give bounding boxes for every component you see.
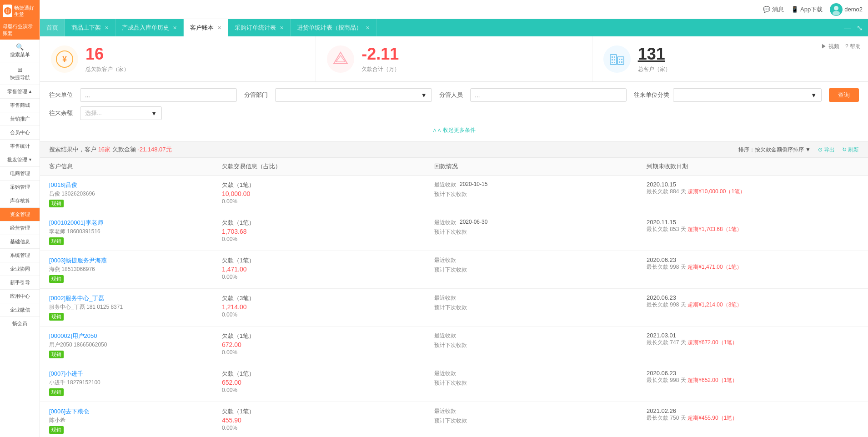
filter-dept-select[interactable]: ▼ — [275, 88, 432, 102]
phone-icon: 📱 — [791, 6, 798, 13]
table-header: 客户信息 欠款交易信息（占比） 回款情况 到期未收款日期 — [40, 158, 868, 176]
due-date-0: 2020.10.15 — [647, 181, 859, 188]
search-icon: 🔍 — [3, 43, 37, 50]
tab-customer-account[interactable]: 客户账本 ✕ — [184, 19, 228, 36]
tab-purchase-order[interactable]: 采购订单统计表 ✕ — [228, 19, 291, 36]
sidebar-item-guide[interactable]: 新手引导 — [0, 276, 40, 290]
overdue-link-1[interactable]: 超期¥1,703.68（1笔） — [687, 226, 742, 232]
stat-total-customers-number: 131 — [638, 45, 671, 64]
overdue-link-4[interactable]: 超期¥672.00（1笔） — [687, 339, 738, 346]
svg-marker-8 — [336, 55, 345, 62]
filter-staff: 分管人员 ... — [439, 88, 627, 102]
tab-home[interactable]: 首页 — [40, 19, 65, 36]
sidebar-item-label-search: 搜索菜单 — [3, 51, 37, 58]
filter-staff-input[interactable]: ... — [470, 88, 627, 102]
sidebar-item-retail-mgmt[interactable]: 零售管理 ▲ — [0, 85, 40, 99]
tabs-collapse-btn[interactable]: — — [842, 23, 853, 33]
recent-label-4: 最近收款 — [434, 332, 456, 340]
sidebar-item-quick-nav[interactable]: ⊞ 快捷导航 — [0, 62, 40, 85]
sidebar-item-basic-info[interactable]: 基础信息 — [0, 235, 40, 249]
payback-info-5: 最近收款 预计下次收款 — [434, 370, 647, 387]
tabs-expand-btn[interactable]: ⤡ — [855, 23, 864, 33]
message-btn[interactable]: 💬 消息 — [763, 5, 784, 14]
sidebar-item-purchase[interactable]: 采购管理 — [0, 181, 40, 194]
sidebar-item-operations[interactable]: 经营管理 — [0, 221, 40, 235]
refresh-btn[interactable]: ↻ 刷新 — [842, 146, 859, 154]
sidebar-item-wechat[interactable]: 企业微信 — [0, 303, 40, 317]
sidebar-item-inventory[interactable]: 库存核算 — [0, 194, 40, 208]
sidebar-item-search[interactable]: 🔍 搜索菜单 — [0, 40, 40, 62]
tab-customer-account-close[interactable]: ✕ — [217, 25, 221, 31]
tab-product-off-close[interactable]: ✕ — [105, 25, 109, 31]
due-info-0: 2020.10.15 最长欠款 884 天 超期¥10,000.00（1笔） — [647, 181, 859, 196]
user-profile[interactable]: demo2 — [830, 3, 863, 16]
content-area: ¥ 16 总欠款客户（家） — [40, 36, 868, 437]
sidebar-item-app-center[interactable]: 应用中心 — [0, 290, 40, 303]
customer-name-3[interactable]: [0002]服务中心_丁磊 — [49, 295, 104, 301]
recent-label-2: 最近收款 — [434, 256, 456, 264]
video-btn[interactable]: ▶ 视频 — [821, 43, 841, 50]
chevron-down-icon: ▼ — [421, 92, 427, 99]
collapse-up-icon: ∧∧ — [432, 127, 442, 133]
customer-name-4[interactable]: [000002]用户2050 — [49, 332, 97, 339]
customer-name-6[interactable]: [0006]去下粮仓 — [49, 408, 89, 415]
sidebar-item-finance[interactable]: 资金管理 — [0, 208, 40, 221]
tab-purchase-stats[interactable]: 进货单统计表（按商品） ✕ — [291, 19, 376, 36]
table-row: [0003]畅捷服务尹海燕 海燕 18513066976 现销 欠款（1笔） 1… — [40, 251, 868, 289]
filter-area: 往来单位 ... 分管部门 ▼ 分管人员 — [40, 82, 868, 142]
stat-total-customers: 131 总客户（家） ▶ 视频 ? 帮助 — [592, 36, 868, 81]
sidebar-item-retail-stats[interactable]: 零售统计 — [0, 140, 40, 153]
overdue-link-6[interactable]: 超期¥455.90（1笔） — [687, 415, 738, 421]
filter-supplier-input[interactable]: ... — [80, 88, 237, 102]
debt-info-1: 欠款（1笔） 1,703.68 0.00% — [222, 219, 434, 242]
sidebar-item-label-retail-stats: 零售统计 — [10, 143, 30, 149]
customer-name-2[interactable]: [0003]畅捷服务尹海燕 — [49, 257, 107, 264]
sidebar-item-marketing[interactable]: 营销推广 — [0, 112, 40, 126]
tab-product-history[interactable]: 产成品入库单历史 ✕ — [115, 19, 184, 36]
tab-purchase-stats-close[interactable]: ✕ — [366, 25, 370, 31]
sidebar-item-label-member: 会员中心 — [10, 130, 30, 135]
debt-count-6: 欠款（1笔） — [222, 407, 434, 416]
customer-tag-5: 现销 — [49, 388, 64, 396]
results-bar: 搜索结果中，客户 16家 欠款金额 -21,148.07元 排序：按欠款金额倒序… — [40, 142, 868, 158]
collapse-btn[interactable]: ∧∧ 收起更多条件 — [49, 125, 859, 138]
customer-name-5[interactable]: [0007]小进千 — [49, 370, 83, 377]
customer-name-1[interactable]: [0001020001]李老师 — [49, 219, 103, 226]
overdue-link-2[interactable]: 超期¥1,471.00（1笔） — [687, 264, 742, 270]
svg-point-4 — [833, 11, 840, 15]
filter-balance-select[interactable]: 选择... ▼ — [80, 106, 162, 120]
export-btn[interactable]: ⊙ 导出 — [818, 146, 835, 154]
customer-name-0[interactable]: [0016]吕俊 — [49, 181, 77, 188]
filter-category-select[interactable]: ▼ — [673, 88, 822, 102]
tab-purchase-order-label: 采购订单统计表 — [235, 24, 276, 32]
customer-contact-4: 用户2050 18665062050 — [49, 341, 222, 349]
customer-contact-1: 李老师 18600391516 — [49, 228, 222, 236]
debt-percent-4: 0.00% — [222, 349, 434, 356]
customer-tag-4: 现销 — [49, 351, 64, 358]
svg-text:¥: ¥ — [62, 55, 67, 64]
customer-tag-1: 现销 — [49, 237, 64, 245]
overdue-link-3[interactable]: 超期¥1,214.00（3笔） — [687, 301, 742, 308]
sidebar-item-ecommerce[interactable]: 电商管理 — [0, 167, 40, 181]
overdue-link-5[interactable]: 超期¥652.00（1笔） — [687, 377, 738, 383]
due-date-1: 2020.11.15 — [647, 219, 859, 226]
svg-rect-11 — [612, 56, 613, 58]
export-label: 导出 — [824, 146, 835, 154]
search-button[interactable]: 查询 — [829, 88, 859, 102]
tab-product-history-close[interactable]: ✕ — [173, 25, 177, 31]
overdue-link-0[interactable]: 超期¥10,000.00（1笔） — [687, 188, 745, 195]
sidebar-item-vip[interactable]: 畅会员 — [0, 317, 40, 330]
debt-percent-6: 0.00% — [222, 425, 434, 431]
app-download-btn[interactable]: 📱 App下载 — [791, 5, 823, 14]
sidebar-item-batch-mgmt[interactable]: 批发管理 ▼ — [0, 153, 40, 167]
sidebar-item-retail-shop[interactable]: 零售商城 — [0, 99, 40, 112]
customer-contact-2: 海燕 18513066976 — [49, 266, 222, 273]
sidebar-item-enterprise[interactable]: 企业协同 — [0, 262, 40, 276]
sidebar-item-system[interactable]: 系统管理 — [0, 249, 40, 262]
sidebar-item-member[interactable]: 会员中心 — [0, 126, 40, 140]
debt-percent-1: 0.00% — [222, 236, 434, 242]
tab-product-off[interactable]: 商品上下架 ✕ — [65, 19, 115, 36]
help-btn[interactable]: ? 帮助 — [845, 43, 861, 50]
tab-purchase-order-close[interactable]: ✕ — [280, 25, 284, 31]
filter-balance-placeholder: 选择... — [85, 109, 102, 117]
